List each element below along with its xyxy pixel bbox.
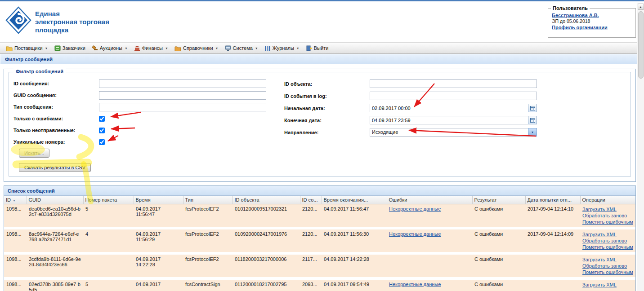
errors-link[interactable]: Некорректные данные (389, 206, 441, 212)
reprocess-link[interactable]: Обработать заново (582, 238, 634, 244)
field-label: Только неотправленные: (13, 128, 99, 133)
scrollbar-thumb[interactable] (638, 11, 644, 79)
field-label: ID сообщения: (13, 81, 99, 86)
suppliers-folder-icon (6, 45, 13, 51)
cell-end-time: 04.09.2017 11:56:30 (322, 228, 387, 253)
col-packet[interactable]: Номер пакета (83, 196, 134, 204)
mark-error-link[interactable]: Пометить ошибочным (582, 244, 634, 250)
log-event-id-input[interactable] (370, 92, 537, 100)
cell-guid: dea0bed6-ea10-a56d-b2c7-e831d326075d (27, 204, 83, 229)
menu-item-finance[interactable]: Финансы ▼ (131, 44, 171, 53)
start-date-calendar-icon[interactable] (528, 104, 537, 112)
field-label: ID объекта: (284, 81, 370, 87)
cell-operations: Загрузить XML Обработать заново Пометить… (580, 253, 636, 278)
field-label: Тип сообщения: (13, 104, 99, 110)
only-unsent-checkbox[interactable] (99, 128, 105, 133)
cell-attempt-date (525, 278, 580, 291)
load-xml-link[interactable]: Загрузить XML (582, 256, 634, 263)
menu-item-journals[interactable]: Журналы ▼ (261, 44, 303, 53)
cell-id: 1098... (4, 253, 27, 278)
col-id[interactable]: ID▼ (4, 196, 27, 204)
cell-errors: Некорректные данные (387, 278, 472, 291)
reprocess-link[interactable]: Обработать заново (582, 263, 634, 269)
end-date-calendar-icon[interactable] (528, 116, 537, 124)
exit-icon (306, 45, 312, 51)
menu-item-exit[interactable]: Выйти (303, 44, 332, 53)
table-row[interactable]: 1098... 3cdfda9b-8111-6d6e-9e2d-8d34f423… (4, 253, 636, 278)
only-errors-checkbox[interactable] (99, 116, 105, 122)
cell-object-id: 0118200003217000006 (233, 253, 300, 278)
cell-attempt-date: 2017-09-04 12:14:10 (525, 204, 580, 229)
table-row[interactable]: 1098... 02ed378b-3885-89e7-b5d5 5 04.09.… (4, 278, 636, 291)
cell-result: С ошибками (472, 253, 525, 278)
finance-icon (134, 45, 140, 51)
col-end-time[interactable]: Время окончания... (322, 196, 387, 204)
table-row[interactable]: 1098... dea0bed6-ea10-a56d-b2c7-e831d326… (4, 204, 636, 229)
cell-errors (387, 253, 472, 278)
etp-logo-icon (5, 6, 31, 35)
cell-time: 04.09.2017 11:56:29 (134, 228, 183, 253)
menu-item-directories[interactable]: Справочники ▼ (171, 44, 222, 53)
cell-time: 04.09.2017 (134, 278, 183, 291)
cell-packet (83, 253, 134, 278)
cell-id2: 2093... (300, 278, 322, 291)
col-type[interactable]: Тип (183, 196, 233, 204)
vertical-scrollbar[interactable]: ▲ (637, 3, 644, 291)
search-button[interactable]: Искать... (19, 149, 49, 158)
cell-type: fcsProtocolEF2 (183, 204, 233, 229)
start-date-input[interactable] (370, 104, 528, 112)
cell-packet: 5 (83, 278, 134, 291)
table-row[interactable]: 1098... 8ac9644a-7264-e6ef-e768-a2b2a774… (4, 228, 636, 253)
cell-packet: 4 (83, 228, 134, 253)
brand-title: Единая электронная торговая площадка (35, 10, 109, 34)
end-date-input[interactable] (370, 116, 528, 124)
col-guid[interactable]: GUID (27, 196, 83, 204)
field-label: Начальная дата: (284, 106, 370, 111)
mark-error-link[interactable]: Пометить ошибочным (582, 269, 634, 275)
cell-object-id: 0112000018217002795 (233, 278, 300, 291)
download-csv-button[interactable]: Скачать результаты в CSV (19, 163, 91, 172)
chevron-down-icon[interactable]: ▼ (528, 128, 537, 137)
cell-id2: 2120... (300, 204, 322, 229)
caret-down-icon: ▼ (45, 47, 48, 50)
menu-item-auctions[interactable]: Аукционы ▼ (89, 44, 131, 53)
cell-attempt-date: 2017-09-04 12:14:09 (525, 228, 580, 253)
menu-item-system[interactable]: Система ▼ (222, 44, 261, 53)
col-object-id[interactable]: ID объекта (233, 196, 300, 204)
main-menu-bar: Поставщики ▼ Заказчики Аукционы ▼ Финанс… (0, 42, 637, 54)
message-type-input[interactable] (99, 103, 266, 111)
col-result[interactable]: Результат (472, 196, 525, 204)
user-name-link[interactable]: Бесстрашнова А.В. (552, 12, 632, 18)
scroll-up-icon[interactable]: ▲ (638, 4, 644, 10)
org-profile-link[interactable]: Профиль организации (552, 24, 632, 31)
col-operations[interactable]: Операции (580, 196, 636, 204)
load-xml-link[interactable]: Загрузить XML (582, 282, 634, 288)
message-id-input[interactable] (99, 79, 266, 88)
cell-type: fcsProtocolEF2 (183, 253, 233, 278)
menu-item-customers[interactable]: Заказчики (51, 44, 89, 53)
caret-down-icon: ▼ (255, 47, 258, 50)
load-xml-link[interactable]: Загрузить XML (582, 231, 634, 238)
reprocess-link[interactable]: Обработать заново (582, 212, 634, 219)
mark-error-link[interactable]: Пометить ошибочным (582, 219, 634, 225)
errors-link[interactable]: Некорректные данные (389, 282, 441, 287)
cell-operations: Загрузить XML (580, 278, 636, 291)
direction-select[interactable]: Исходящие ▼ (370, 128, 537, 137)
caret-down-icon: ▼ (215, 47, 219, 50)
caret-down-icon: ▼ (165, 47, 168, 50)
col-time[interactable]: Время (134, 196, 183, 204)
col-id2[interactable]: ID со... (300, 196, 322, 204)
object-id-input[interactable] (370, 79, 537, 88)
errors-link[interactable]: Некорректные данные (389, 231, 441, 237)
cell-guid: 02ed378b-3885-89e7-b5d5 (27, 278, 83, 291)
menu-item-suppliers[interactable]: Поставщики ▼ (3, 44, 51, 53)
unique-numbers-checkbox[interactable] (99, 139, 105, 145)
page-header: Единая электронная торговая площадка Пол… (0, 3, 644, 42)
user-box-title: Пользователь (551, 5, 590, 11)
col-errors[interactable]: Ошибки (387, 196, 472, 204)
col-attempt-date[interactable]: Дата попытки отп... (525, 196, 580, 204)
etp-messages-filter-page: Единая электронная торговая площадка Пол… (0, 0, 644, 291)
message-guid-input[interactable] (99, 91, 266, 100)
load-xml-link[interactable]: Загрузить XML (582, 206, 634, 212)
cell-type: fcsProtocolEF2 (183, 228, 233, 253)
